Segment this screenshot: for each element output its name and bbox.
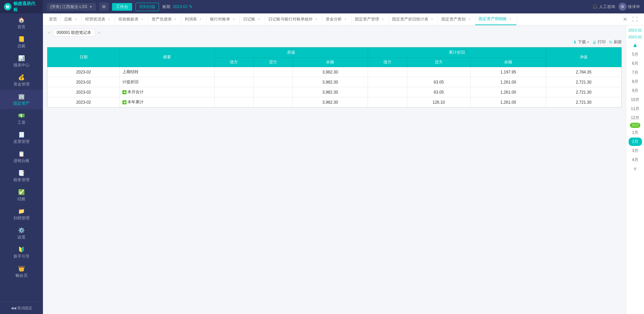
- close-all-tabs-button[interactable]: ✕: [621, 16, 629, 23]
- timeline-month-2023-1月[interactable]: 1月: [629, 128, 642, 137]
- sidebar-item-label: 报表中心: [13, 62, 30, 68]
- workbench-button[interactable]: 工作台: [112, 3, 132, 11]
- tab-close-ledger[interactable]: ×: [73, 17, 78, 22]
- timeline-month-6月[interactable]: 6月: [629, 59, 642, 68]
- sidebar-item-salary[interactable]: 💵工资: [0, 109, 43, 128]
- tab-close-bank-check[interactable]: ×: [314, 17, 319, 22]
- sidebar-unpin-label: 取消固定: [17, 306, 32, 311]
- sidebar-item-capital[interactable]: 💰资金管理: [0, 71, 43, 90]
- sidebar-item-reports[interactable]: 📊报表中心: [0, 52, 43, 71]
- tab-bank[interactable]: 银行对账单×: [207, 13, 240, 25]
- expand-tabbar-button[interactable]: ⛶: [631, 16, 639, 23]
- sidebar-logo: 畅 畅捷通易代账: [0, 0, 43, 13]
- tab-bank-check[interactable]: 日记账与银行对账单核对×: [265, 13, 322, 25]
- tab-close-bank[interactable]: ×: [231, 17, 236, 22]
- timeline-month-8月[interactable]: 8月: [629, 77, 642, 86]
- guide-icon: 🔰: [18, 246, 25, 253]
- sidebar-item-label: 进销台账: [13, 158, 30, 164]
- sidebar-item-member[interactable]: 👑畅会员: [0, 262, 43, 281]
- sidebar-item-fixed-assets[interactable]: 🏢固定资产: [0, 90, 43, 109]
- timeline-month-2023-3月[interactable]: 3月: [629, 147, 642, 155]
- sidebar-item-label: 固定资产: [13, 101, 30, 106]
- tab-capital-analysis[interactable]: 资金分析×: [322, 13, 352, 25]
- th-dep-credit: 贷方: [407, 58, 470, 67]
- nav-forward-arrow[interactable]: ＞: [97, 30, 101, 36]
- asset-nav-item[interactable]: 000001 联想笔记本: [53, 29, 95, 37]
- cell-dep-debit: [368, 77, 407, 87]
- tab-close-capital-analysis[interactable]: ×: [343, 17, 348, 22]
- timeline-date-link[interactable]: 2023.02: [626, 34, 644, 40]
- company-selector[interactable]: (劳务) 江西服业-LSS ▼: [47, 3, 96, 11]
- sales-icon: 📋: [18, 151, 25, 157]
- tab-profit[interactable]: 利润表×: [181, 13, 207, 25]
- tab-close-balance[interactable]: ×: [173, 17, 178, 22]
- cell-summary: 上期结转: [120, 67, 214, 77]
- sidebar-item-settlement[interactable]: ✅结账: [0, 186, 43, 205]
- nav-back-arrow[interactable]: ＜: [47, 30, 51, 36]
- sidebar-item-sales[interactable]: 📋进销台账: [0, 147, 43, 166]
- tab-ledger[interactable]: 总账×: [61, 13, 82, 25]
- print-button[interactable]: 🖨 打印: [592, 39, 606, 45]
- sidebar-item-archive[interactable]: 📁归档管理: [0, 205, 43, 224]
- pin-left-icon: ◀◀: [11, 306, 16, 310]
- sidebar-item-guide[interactable]: 🔰新手引导: [0, 243, 43, 262]
- sidebar-item-label: 资金管理: [13, 82, 30, 87]
- tab-fa-detail[interactable]: 固定资产明细账×: [475, 13, 517, 25]
- timeline-month-12月[interactable]: 12月: [629, 114, 642, 122]
- tab-close-business[interactable]: ×: [107, 17, 111, 22]
- tab-close-receivable[interactable]: ×: [140, 17, 145, 22]
- tab-close-journal[interactable]: ×: [257, 17, 261, 22]
- main-area: (劳务) 江西服业-LSS ▼ ⧉ 工作台 切到旧版 账期 2023-02 ✎ …: [43, 0, 644, 314]
- sidebar-item-label: 税务管理: [13, 177, 30, 183]
- tab-fa-mgmt[interactable]: 固定资产管理×: [352, 13, 389, 25]
- cell-orig-credit: [254, 87, 292, 97]
- sidebar-item-home[interactable]: 🏠首页: [0, 13, 43, 33]
- tab-balance[interactable]: 资产负债表×: [148, 13, 181, 25]
- cell-dep-debit: [368, 87, 407, 97]
- timeline-month-9月[interactable]: 9月: [629, 87, 642, 95]
- tab-home[interactable]: 首页: [46, 13, 61, 25]
- tab-close-fa-category[interactable]: ×: [467, 17, 472, 22]
- main-content: ＜ 000001 联想笔记本 ＞ ⬇ 下载 ▾ 🖨 打印 ↻ 刷新: [43, 25, 626, 314]
- table-row: 2023-02 上期结转 3,982.30 1,197.95 2,784.35: [48, 67, 622, 77]
- refresh-button[interactable]: ↻ 刷新: [609, 39, 622, 45]
- timeline-year-2023: 2023: [630, 123, 640, 128]
- timeline-month-10月[interactable]: 10月: [629, 96, 642, 104]
- timeline-month-7月[interactable]: 7月: [629, 68, 642, 77]
- switch-version-button[interactable]: 切到旧版: [136, 3, 159, 11]
- tab-close-fa-depreciation[interactable]: ×: [430, 17, 434, 22]
- sidebar-item-tax[interactable]: 📑税务管理: [0, 166, 43, 186]
- timeline-down-button[interactable]: ▼: [632, 164, 638, 174]
- copy-button[interactable]: ⧉: [99, 2, 109, 11]
- timeline-month-11月[interactable]: 11月: [629, 105, 642, 113]
- sidebar-item-invoice[interactable]: 🧾发票管理: [0, 128, 43, 147]
- cell-dep-debit: [368, 97, 407, 107]
- reports-icon: 📊: [18, 55, 25, 61]
- cell-dep-credit: 63.05: [407, 87, 470, 97]
- period-edit-icon[interactable]: ✎: [189, 4, 193, 9]
- support-button[interactable]: 🎧 人工咨询: [593, 4, 615, 10]
- tab-close-fa-detail[interactable]: ×: [508, 17, 513, 21]
- tab-journal[interactable]: 日记账×: [240, 13, 265, 25]
- sidebar-item-settings[interactable]: ⚙️设置: [0, 224, 43, 243]
- tab-business[interactable]: 经营状况表×: [82, 13, 115, 25]
- tab-receivable[interactable]: 应收账龄表×: [115, 13, 148, 25]
- tab-close-profit[interactable]: ×: [198, 17, 203, 22]
- timeline-date-link[interactable]: 2023.02: [626, 27, 644, 34]
- sidebar-item-ledger[interactable]: 📒总账: [0, 33, 43, 52]
- timeline-month-2023-2月[interactable]: 2月: [629, 138, 642, 146]
- tab-close-fa-mgmt[interactable]: ×: [380, 17, 385, 22]
- tab-fa-depreciation[interactable]: 固定资产折旧统计表×: [389, 13, 438, 25]
- timeline-month-5月[interactable]: 5月: [629, 50, 642, 59]
- tab-label: 应收账龄表: [118, 16, 139, 22]
- cell-orig-credit: [254, 77, 292, 87]
- tab-fa-category[interactable]: 固定资产类别×: [438, 13, 475, 25]
- timeline-month-2023-4月[interactable]: 4月: [629, 156, 642, 164]
- download-button[interactable]: ⬇ 下载 ▾: [573, 39, 589, 45]
- cell-orig-balance: 3,982.30: [292, 97, 368, 107]
- sidebar-item-label: 发票管理: [13, 139, 30, 145]
- th-orig-debit: 借方: [214, 58, 253, 67]
- timeline-up-button[interactable]: ▲: [632, 40, 638, 50]
- sidebar-footer-unpin[interactable]: ◀◀ 取消固定: [0, 302, 43, 314]
- user-menu[interactable]: 徐 徐泽华: [619, 3, 640, 11]
